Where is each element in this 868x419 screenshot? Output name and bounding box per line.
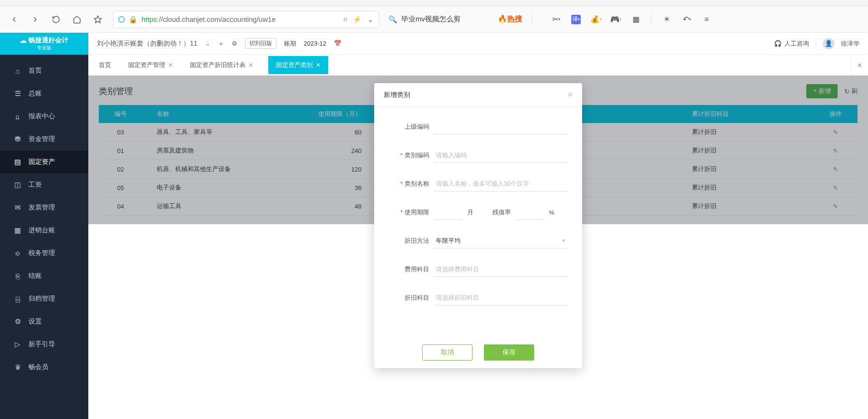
favorite-button[interactable] (92, 14, 104, 25)
flash-icon[interactable]: ⚡ (353, 15, 362, 24)
logo-text: 畅捷通好会计 (28, 36, 68, 45)
menu-icon[interactable]: ≡ (702, 15, 711, 24)
close-all-tabs[interactable]: ✕ (851, 55, 868, 76)
username[interactable]: 徐泽华 (841, 39, 859, 48)
menu-icon: ⚙ (13, 317, 22, 326)
modal-body: 上级编码 类别编码 类别名称 使用期限 (374, 107, 582, 337)
modal-close-icon[interactable]: × (567, 90, 573, 100)
avatar[interactable]: 👤 (823, 38, 834, 49)
period-value[interactable]: 2023-12 (304, 40, 327, 47)
coin-icon[interactable]: 💰▾ (591, 15, 601, 24)
back-button[interactable] (9, 14, 20, 25)
tab-fixed-asset-mgmt[interactable]: 固定资产管理✕ (126, 55, 175, 75)
parent-code-input[interactable] (434, 119, 568, 134)
month-unit: 月 (467, 208, 473, 217)
tabs-row: 首页 固定资产管理✕ 固定资产折旧统计表✕ 固定资产类别✕ ✕ (88, 55, 868, 76)
menu-icon: ⌸ (13, 295, 22, 303)
sidebar-item[interactable]: ⌂首页 (0, 59, 88, 82)
sidebar-item[interactable]: ⎘结账 (0, 265, 88, 287)
cancel-button[interactable]: 取消 (422, 344, 472, 361)
address-bar[interactable]: 🔒 https://cloud.chanjet.com/accounting/u… (113, 11, 379, 28)
sidebar-item[interactable]: ◫工资 (0, 173, 88, 196)
sidebar-item[interactable]: ▷新手引导 (0, 333, 88, 356)
sidebar-item[interactable]: ☰总账 (0, 82, 88, 105)
sidebar-item-label: 结账 (28, 272, 42, 280)
toolbar-divider (532, 14, 532, 25)
browser-toolbar: 🔒 https://cloud.chanjet.com/accounting/u… (0, 6, 868, 33)
translate-icon[interactable]: 译▾ (571, 15, 581, 24)
headset-icon: 🎧 (774, 40, 782, 47)
scissors-icon[interactable]: ✂▾ (551, 15, 561, 24)
tab-depr-stats[interactable]: 固定资产折旧统计表✕ (188, 55, 255, 75)
sidebar-item-label: 总账 (28, 89, 42, 98)
name-input[interactable] (434, 176, 568, 191)
menu-icon: ☰ (13, 89, 22, 98)
forward-button[interactable] (29, 14, 41, 25)
sidebar-item[interactable]: ▤固定资产 (0, 151, 88, 173)
menu-icon: ◫ (13, 181, 22, 189)
close-icon[interactable]: ✕ (168, 62, 173, 68)
residual-input[interactable] (516, 205, 544, 220)
sidebar-item-label: 设置 (28, 317, 42, 326)
method-select[interactable]: 年限平均 ▼ (434, 233, 568, 248)
sidebar-item-label: 进销台账 (28, 226, 55, 235)
account-settings-icon[interactable]: ⚙ (232, 40, 237, 47)
period-label: 账期 (284, 39, 296, 48)
game-icon[interactable]: 🎮▾ (611, 15, 621, 24)
home-button[interactable] (71, 14, 83, 25)
sidebar-item-label: 报表中心 (28, 112, 55, 121)
sidebar-item-label: 新手引导 (28, 340, 55, 349)
method-label: 折旧方法 (388, 237, 429, 245)
code-label: 类别编码 (388, 151, 429, 160)
sidebar-item[interactable]: ▦进销台账 (0, 219, 88, 242)
life-input[interactable] (434, 205, 462, 220)
page-body: 类别管理 +新增 ↻刷 编号 名称 使用期限（月） 残值率 折旧方法 费用科目 … (88, 76, 868, 224)
search-icon: 🔍 (388, 15, 397, 24)
undo-icon[interactable]: ↶▾ (682, 15, 691, 24)
consult-link[interactable]: 🎧 人工咨询 (774, 39, 809, 48)
consult-label: 人工咨询 (784, 39, 809, 48)
menu-icon: ▦ (13, 226, 22, 235)
sidebar-item[interactable]: ⛭税务管理 (0, 242, 88, 265)
sidebar-item-label: 工资 (28, 181, 42, 189)
account-chevron-icon[interactable]: ⌄ (205, 40, 210, 47)
tab-asset-category[interactable]: 固定资产类别✕ (268, 56, 328, 74)
qr-icon[interactable]: ⌗ (343, 15, 347, 24)
sidebar-item[interactable]: ⚙设置 (0, 310, 88, 333)
reload-button[interactable] (50, 14, 62, 25)
name-label: 类别名称 (388, 180, 429, 188)
close-icon[interactable]: ✕ (316, 62, 321, 68)
apps-icon[interactable]: ▦ (631, 15, 641, 24)
menu-icon: ⩍ (13, 113, 22, 121)
code-input[interactable] (434, 148, 568, 163)
sidebar-item[interactable]: ⌸归档管理 (0, 287, 88, 310)
sidebar-item[interactable]: ⩍报表中心 (0, 105, 88, 128)
sidebar-item[interactable]: ⛃资金管理 (0, 128, 88, 151)
tab-home[interactable]: 首页 (97, 55, 113, 75)
sidebar-item[interactable]: ✉发票管理 (0, 196, 88, 219)
sidebar-item-label: 首页 (28, 67, 42, 75)
save-button[interactable]: 保存 (484, 344, 534, 361)
search-box[interactable]: 🔍 毕业mv视频怎么剪 (388, 11, 488, 28)
url-protocol: https (142, 15, 157, 23)
header-right: 🎧 人工咨询 👤 徐泽华 (774, 38, 868, 49)
logo-subtitle: 专业版 (37, 45, 51, 51)
depr-input[interactable] (434, 290, 568, 305)
hot-search-badge[interactable]: 🔥热搜 (498, 14, 522, 24)
theme-icon[interactable]: ☀ (662, 15, 671, 24)
sidebar-item[interactable]: ♛畅会员 (0, 356, 88, 379)
sidebar-item-label: 发票管理 (28, 203, 55, 212)
old-version-button[interactable]: 切到旧版 (245, 38, 276, 49)
cloud-icon: ☁ (20, 37, 27, 44)
menu-icon: ♛ (13, 363, 22, 371)
account-selector[interactable]: 刘小艳演示账套（勿删勿动！）11 (97, 39, 198, 48)
expense-input[interactable] (434, 262, 568, 277)
menu-icon: ▤ (13, 158, 22, 166)
add-account-icon[interactable]: ＋ (218, 39, 224, 48)
close-icon[interactable]: ✕ (248, 62, 253, 68)
chevron-down-icon[interactable]: ⌄ (368, 15, 374, 24)
chevron-down-icon: ▼ (561, 238, 566, 243)
header-divider (816, 38, 816, 49)
calendar-icon[interactable]: 📅 (334, 40, 341, 47)
menu-icon: ⛭ (13, 249, 22, 257)
